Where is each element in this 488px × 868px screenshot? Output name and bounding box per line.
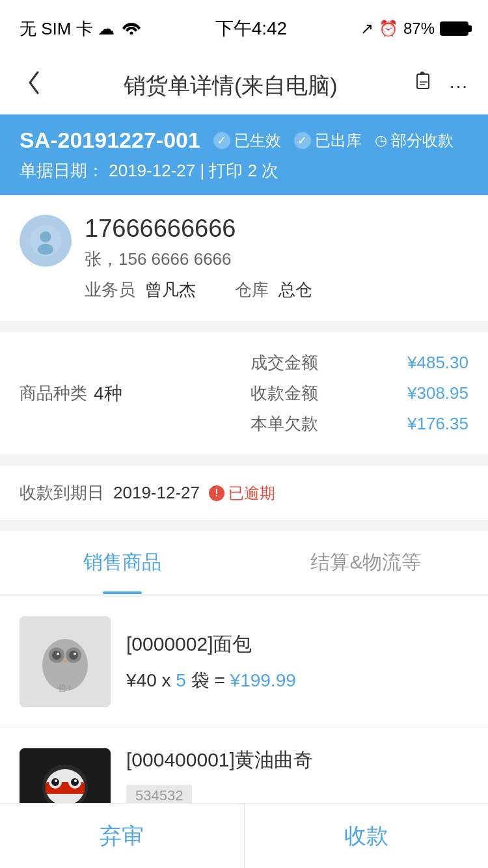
type-value: 4种 [94, 381, 122, 406]
svg-point-12 [74, 653, 76, 655]
header-row1: SA-20191227-001 已生效 已出库 部分收款 [20, 128, 468, 153]
received-row: 收款金额 ¥308.95 [251, 382, 468, 405]
separator: | [200, 161, 209, 180]
order-id: SA-20191227-001 [20, 128, 200, 153]
tab-settle[interactable]: 结算&物流等 [244, 531, 488, 594]
product-total-1: ¥199.99 [230, 670, 296, 690]
more-icon[interactable]: ··· [450, 75, 468, 96]
battery-icon [440, 21, 468, 36]
location-icon: ↗ [360, 20, 373, 38]
received-label: 收款金额 [251, 382, 318, 405]
order-date: 2019-12-27 [109, 161, 195, 180]
status-time: 下午4:42 [215, 16, 288, 41]
header-band: SA-20191227-001 已生效 已出库 部分收款 单据日期： 2019-… [0, 115, 488, 195]
svg-point-24 [74, 780, 77, 782]
customer-phone: 17666666666 [85, 215, 468, 243]
svg-point-23 [55, 780, 57, 782]
overdue-text: 已逾期 [228, 483, 275, 504]
bottom-bar: 弃审 收款 [0, 803, 488, 868]
customer-section: 17666666666 张，156 6666 6666 业务员 曾凡杰 仓库 总… [0, 195, 488, 321]
product-name-2: [000400001]黄油曲奇 [126, 747, 468, 774]
svg-point-10 [69, 651, 78, 660]
sales-info: 业务员 曾凡杰 [85, 278, 196, 301]
customer-info: 17666666666 张，156 6666 6666 业务员 曾凡杰 仓库 总… [85, 215, 468, 301]
customer-name: 张，156 6666 6666 [85, 248, 468, 271]
avatar [20, 215, 72, 267]
product-info-1: [0000002]面包 ¥40 x 5 袋 = ¥199.99 [126, 631, 468, 693]
overdue-section: 收款到期日 2019-12-27 ! 已逾期 [0, 466, 488, 521]
svg-point-3 [40, 232, 51, 243]
svg-point-9 [52, 651, 61, 660]
cancel-review-button[interactable]: 弃审 [0, 804, 245, 868]
payment-button[interactable]: 收款 [245, 804, 489, 868]
deal-label: 成交金额 [251, 351, 318, 374]
svg-point-11 [57, 653, 59, 655]
owed-label: 本单欠款 [251, 413, 318, 435]
page-title: 销货单详情(来自电脑) [124, 71, 338, 101]
product-qty-1: 5 [176, 670, 186, 690]
back-button[interactable] [20, 63, 48, 108]
received-value: ¥308.95 [407, 383, 468, 403]
cancel-review-label: 弃审 [100, 821, 144, 851]
signal-text: 无 SIM 卡 ☁ [20, 18, 115, 40]
owed-row: 本单欠款 ¥176.35 [251, 413, 468, 435]
deal-value: ¥485.30 [407, 353, 468, 373]
warehouse-name: 总仓 [278, 280, 312, 299]
product-item: 兽+ [0000002]面包 ¥40 x 5 袋 = ¥199.99 [0, 597, 488, 727]
stats-section: 商品种类 4种 成交金额 ¥485.30 收款金额 ¥308.95 本单欠款 ¥… [0, 332, 488, 455]
payment-label: 收款 [344, 821, 388, 851]
tabs: 销售商品 结算&物流等 [0, 531, 488, 594]
overdue-badge: ! 已逾期 [209, 483, 275, 504]
type-label: 商品种类 [20, 382, 87, 405]
product-image-1: 兽+ [20, 616, 111, 707]
nav-actions: ··· [413, 72, 468, 100]
warehouse-info: 仓库 总仓 [235, 278, 312, 301]
wifi-icon [121, 19, 142, 39]
product-type-info: 商品种类 4种 [20, 351, 237, 435]
status-bar: 无 SIM 卡 ☁ 下午4:42 ↗ ⏰ 87% [0, 0, 488, 57]
overdue-date: 2019-12-27 [113, 483, 200, 503]
svg-rect-1 [417, 74, 429, 88]
share-icon[interactable] [413, 72, 437, 100]
overdue-label: 收款到期日 [20, 481, 104, 504]
svg-point-0 [129, 31, 133, 34]
svg-point-4 [38, 244, 53, 255]
svg-point-21 [51, 778, 59, 786]
badge-effective: 已生效 [213, 130, 281, 151]
svg-text:兽+: 兽+ [58, 683, 72, 693]
print-info: 打印 2 次 [209, 161, 278, 180]
badge-shipped: 已出库 [294, 130, 362, 151]
product-price-1: ¥40 x 5 袋 = ¥199.99 [126, 668, 468, 693]
owed-value: ¥176.35 [407, 414, 468, 434]
svg-point-22 [71, 778, 79, 786]
tab-sales[interactable]: 销售商品 [0, 531, 244, 594]
status-right: ↗ ⏰ 87% [360, 20, 468, 38]
warehouse-label: 仓库 [235, 280, 269, 299]
date-label: 单据日期： [20, 161, 104, 180]
tabs-section: 销售商品 结算&物流等 [0, 531, 488, 595]
alarm-icon: ⏰ [379, 20, 398, 38]
sales-name: 曾凡杰 [145, 280, 196, 299]
badge-partial: 部分收款 [375, 130, 454, 151]
product-name-1: [0000002]面包 [126, 631, 468, 658]
battery-percent: 87% [403, 20, 435, 38]
customer-meta: 业务员 曾凡杰 仓库 总仓 [85, 278, 468, 301]
sales-label: 业务员 [85, 280, 135, 299]
amount-info: 成交金额 ¥485.30 收款金额 ¥308.95 本单欠款 ¥176.35 [251, 351, 468, 435]
status-left: 无 SIM 卡 ☁ [20, 18, 142, 40]
deal-row: 成交金额 ¥485.30 [251, 351, 468, 374]
overdue-dot-icon: ! [209, 485, 224, 501]
header-row2: 单据日期： 2019-12-27 | 打印 2 次 [20, 159, 468, 182]
nav-bar: 销货单详情(来自电脑) ··· [0, 57, 488, 115]
